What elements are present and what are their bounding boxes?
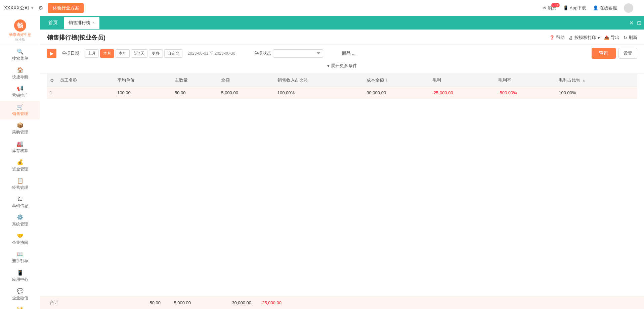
filter-toggle-button[interactable]: ▶ xyxy=(47,49,56,58)
chevron-down-icon: ▾ xyxy=(31,6,33,10)
goods-more-btn[interactable]: ... xyxy=(352,51,355,56)
cell-profit-pct: 100.00% xyxy=(556,87,637,99)
logo-icon: 畅 xyxy=(14,19,26,32)
sales-icon: 🛒 xyxy=(17,104,24,110)
date-buttons: 上月 本月 本年 近7天 更多 自定义 xyxy=(85,49,182,58)
footer-total-label: 合计 xyxy=(50,300,77,306)
trial-button[interactable]: 体验行业方案 xyxy=(48,3,84,13)
date-btn-this-year[interactable]: 本年 xyxy=(116,49,130,58)
help-button[interactable]: ❓ 帮助 xyxy=(549,35,565,41)
page-title: 销售排行榜(按业务员) xyxy=(47,34,105,42)
sidebar-label-wechat: 企业微信 xyxy=(12,295,28,301)
sidebar-item-wechat[interactable]: 💬 企业微信 xyxy=(0,285,40,304)
sidebar-item-app-center[interactable]: 📱 应用中心 xyxy=(0,267,40,285)
logo-sub: 标准版 xyxy=(15,37,25,42)
page-content: 销售排行榜(按业务员) ❓ 帮助 🖨 按模板打印 ▾ 📤 导出 ↻ 刷新 xyxy=(40,30,644,309)
sidebar-label-guide: 新手引导 xyxy=(12,258,28,264)
message-icon: ✉ xyxy=(543,5,546,10)
expand-conditions-button[interactable]: ▾ 展开更多条件 xyxy=(327,63,357,69)
system-icon: ⚙️ xyxy=(17,214,24,220)
sidebar-label-search: 搜索菜单 xyxy=(12,56,28,61)
main-content: 首页 销售排行榜 × ✕ ⊡ 销售排行榜(按业务员) ❓ 帮助 🖨 按模板打印 … xyxy=(40,16,644,309)
help-icon: ❓ xyxy=(549,35,555,40)
print-button[interactable]: 🖨 按模板打印 ▾ xyxy=(569,35,600,41)
column-settings-button[interactable]: 设置 xyxy=(618,48,637,59)
sidebar-label-purchase: 采购管理 xyxy=(12,130,28,135)
cell-avg-price: 100.00 xyxy=(115,87,172,99)
sidebar-item-system[interactable]: ⚙️ 系统管理 xyxy=(0,211,40,230)
sidebar-label-sales: 销售管理 xyxy=(12,111,28,117)
restore-window-icon[interactable]: ⊡ xyxy=(637,20,641,26)
sidebar-item-guide[interactable]: 📖 新手引导 xyxy=(0,248,40,267)
cost-info-icon: ℹ xyxy=(386,78,387,82)
sidebar-item-quick-nav[interactable]: 🏠 快捷导航 xyxy=(0,64,40,83)
expand-chevron-icon: ▾ xyxy=(327,63,330,68)
date-btn-current-month[interactable]: 本月 xyxy=(100,49,114,58)
tab-sales-ranking[interactable]: 销售排行榜 × xyxy=(64,17,99,29)
col-profit-rate: 毛利率 xyxy=(496,74,556,87)
col-avg-price: 平均单价 xyxy=(115,74,172,87)
sidebar-item-finance[interactable]: 💰 资金管理 xyxy=(0,156,40,175)
top-bar-right: ✉ 消息 99+ 📱 App下载 👤 在线客服 xyxy=(543,3,640,13)
tab-bar: 首页 销售排行榜 × ✕ ⊡ xyxy=(40,16,644,30)
logo-area: 畅 畅康通好生意 标准版 xyxy=(0,16,40,44)
sidebar-item-basic-info[interactable]: 🗂 基础信息 xyxy=(0,193,40,211)
status-label: 单据状态 xyxy=(254,50,271,56)
cell-cost: 30,000.00 xyxy=(364,87,429,99)
tab-close-icon[interactable]: × xyxy=(92,20,95,25)
sidebar-label-marketing: 营销推广 xyxy=(12,93,28,98)
sidebar-item-member[interactable]: 👑 畅会员 xyxy=(0,304,40,309)
goods-label: 商品 xyxy=(342,50,351,56)
top-bar: XXXXX公司 ▾ ⚙ 体验行业方案 ✉ 消息 99+ 📱 App下载 👤 在线… xyxy=(0,0,644,16)
sidebar-item-purchase[interactable]: 📦 采购管理 xyxy=(0,119,40,138)
print-chevron-icon: ▾ xyxy=(598,35,600,40)
filter-row-1: ▶ 单据日期 上月 本月 本年 近7天 更多 自定义 2023-06-01 至 … xyxy=(47,48,637,59)
table-footer: 合计 50.00 5,000.00 30,000.00 -25,000.00 xyxy=(40,296,644,309)
cell-profit: -25,000.00 xyxy=(430,87,496,99)
company-selector[interactable]: XXXXX公司 ▾ xyxy=(4,5,33,11)
export-button[interactable]: 📤 导出 xyxy=(604,35,619,41)
date-btn-more[interactable]: 更多 xyxy=(149,49,163,58)
cell-profit-rate: -500.00% xyxy=(496,87,556,99)
cell-main-qty: 50.00 xyxy=(172,87,218,99)
sidebar-item-inventory[interactable]: 🏭 库存核算 xyxy=(0,138,40,156)
query-button[interactable]: 查询 xyxy=(592,48,616,59)
sidebar-item-operations[interactable]: 📋 经营管理 xyxy=(0,175,40,193)
sidebar-item-marketing[interactable]: 📢 营销推广 xyxy=(0,83,40,101)
date-btn-custom[interactable]: 自定义 xyxy=(164,49,182,58)
app-download-button[interactable]: 📱 App下载 xyxy=(563,5,586,11)
avatar[interactable] xyxy=(624,3,633,13)
cell-seq: 1 xyxy=(47,87,57,99)
date-btn-7days[interactable]: 近7天 xyxy=(131,49,147,58)
col-profit: 毛利 xyxy=(430,74,496,87)
close-window-icon[interactable]: ✕ xyxy=(629,20,634,26)
inventory-icon: 🏭 xyxy=(17,141,24,147)
tab-label: 销售排行榜 xyxy=(69,20,90,26)
col-main-qty: 主数量 xyxy=(172,74,218,87)
refresh-button[interactable]: ↻ 刷新 xyxy=(624,35,637,41)
expand-row: ▾ 展开更多条件 xyxy=(47,61,637,70)
sidebar-item-sales[interactable]: 🛒 销售管理 xyxy=(0,101,40,119)
online-service-button[interactable]: 👤 在线客服 xyxy=(593,5,617,11)
date-btn-last-month[interactable]: 上月 xyxy=(85,49,99,58)
date-range: 2023-06-01 至 2023-06-30 xyxy=(188,51,235,56)
finance-icon: 💰 xyxy=(17,159,24,165)
settings-icon-btn[interactable]: ⚙ xyxy=(36,3,45,13)
sidebar-item-collab[interactable]: 🤝 企业协同 xyxy=(0,230,40,248)
col-settings[interactable]: ⚙ xyxy=(47,74,57,87)
status-select[interactable] xyxy=(273,49,323,58)
logo-title: 畅康通好生意 xyxy=(9,32,31,37)
col-sales-pct: 销售收入占比% xyxy=(275,74,364,87)
col-employee: 员工名称 xyxy=(57,74,115,87)
company-name: XXXXX公司 xyxy=(4,5,29,11)
sidebar-label-operations: 经营管理 xyxy=(12,185,28,191)
message-button[interactable]: ✉ 消息 99+ xyxy=(543,5,556,11)
sidebar-item-search[interactable]: 🔍 搜索菜单 xyxy=(0,46,40,64)
service-label: 在线客服 xyxy=(600,5,617,11)
purchase-icon: 📦 xyxy=(17,122,24,128)
footer-profit: -25,000.00 xyxy=(258,300,288,305)
wechat-icon: 💬 xyxy=(17,288,24,294)
profit-pct-icon: ▲ xyxy=(582,78,586,82)
tab-home[interactable]: 首页 xyxy=(43,16,63,30)
sidebar-menu: 🔍 搜索菜单 🏠 快捷导航 📢 营销推广 🛒 销售管理 📦 采购管理 🏭 库存核… xyxy=(0,44,40,309)
